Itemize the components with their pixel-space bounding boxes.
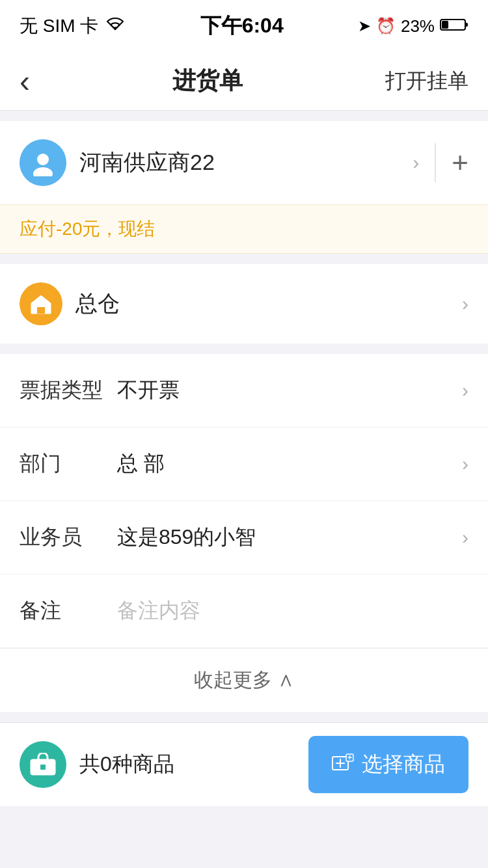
- notice-text: 应付-20元，现结: [20, 219, 155, 239]
- svg-rect-2: [465, 23, 468, 27]
- status-left: 无 SIM 卡: [20, 14, 126, 38]
- warehouse-name: 总仓: [75, 289, 462, 319]
- select-product-label: 选择商品: [362, 750, 445, 779]
- collapse-label: 收起更多 ∧: [194, 669, 293, 690]
- location-icon: ➤: [358, 17, 371, 35]
- warehouse-chevron-icon: ›: [462, 293, 468, 315]
- bottom-bar: 共0种商品 选择商品: [0, 722, 488, 806]
- alarm-icon: ⏰: [376, 17, 396, 35]
- status-bar: 无 SIM 卡 下午6:04 ➤ ⏰ 23%: [0, 0, 488, 52]
- collapse-button[interactable]: 收起更多 ∧: [0, 648, 488, 712]
- back-button[interactable]: ‹: [20, 63, 30, 99]
- warehouse-row[interactable]: 总仓 ›: [0, 264, 488, 344]
- remark-row[interactable]: 备注 备注内容: [0, 575, 488, 648]
- add-supplier-button[interactable]: +: [452, 148, 468, 177]
- svg-point-3: [37, 154, 49, 165]
- supplier-name: 河南供应商22: [79, 148, 413, 178]
- supplier-row[interactable]: 河南供应商22 › +: [0, 121, 488, 204]
- salesperson-value: 这是859的小智: [111, 523, 462, 552]
- invoice-type-label: 票据类型: [20, 376, 111, 405]
- time-label: 下午6:04: [200, 12, 284, 40]
- select-product-button[interactable]: 选择商品: [308, 736, 468, 793]
- remark-value: 备注内容: [111, 597, 468, 625]
- carrier-label: 无 SIM 卡: [20, 14, 98, 38]
- salesperson-chevron-icon: ›: [462, 526, 468, 549]
- notice-banner: 应付-20元，现结: [0, 204, 488, 254]
- product-count-label: 共0种商品: [79, 750, 308, 779]
- svg-rect-7: [40, 765, 46, 770]
- gray-footer: [0, 806, 488, 868]
- battery-icon: [440, 16, 468, 36]
- department-value: 总 部: [111, 450, 462, 478]
- nav-bar: ‹ 进货单 打开挂单: [0, 52, 488, 111]
- supplier-avatar: [20, 139, 66, 186]
- vertical-divider: [435, 143, 436, 182]
- status-right: ➤ ⏰ 23%: [358, 16, 468, 36]
- wifi-icon: [105, 16, 126, 36]
- svg-rect-1: [442, 21, 448, 29]
- open-pending-button[interactable]: 打开挂单: [385, 67, 468, 96]
- invoice-type-chevron-icon: ›: [462, 379, 468, 401]
- product-icon: [20, 741, 66, 788]
- salesperson-label: 业务员: [20, 523, 111, 552]
- warehouse-icon: [20, 282, 62, 325]
- select-product-icon: [332, 753, 354, 777]
- warehouse-card: 总仓 ›: [0, 264, 488, 344]
- battery-label: 23%: [401, 16, 435, 36]
- supplier-card: 河南供应商22 › + 应付-20元，现结: [0, 121, 488, 254]
- department-chevron-icon: ›: [462, 453, 468, 475]
- remark-label: 备注: [20, 597, 111, 625]
- supplier-chevron-icon: ›: [413, 152, 419, 174]
- svg-point-4: [33, 167, 53, 176]
- invoice-type-row[interactable]: 票据类型 不开票 ›: [0, 354, 488, 427]
- invoice-type-value: 不开票: [111, 376, 462, 405]
- salesperson-row[interactable]: 业务员 这是859的小智 ›: [0, 501, 488, 575]
- department-row[interactable]: 部门 总 部 ›: [0, 427, 488, 501]
- page-title: 进货单: [172, 65, 243, 97]
- svg-rect-5: [37, 307, 45, 314]
- department-label: 部门: [20, 450, 111, 478]
- form-section: 票据类型 不开票 › 部门 总 部 › 业务员 这是859的小智 › 备注 备注…: [0, 354, 488, 712]
